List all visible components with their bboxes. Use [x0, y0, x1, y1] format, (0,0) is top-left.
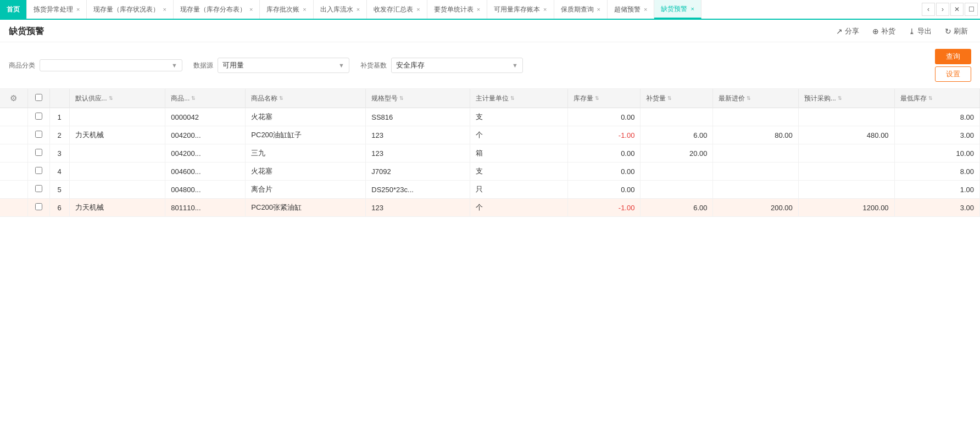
tab-order-stat-close[interactable]: × — [477, 6, 480, 13]
cell-stock: 0.00 — [568, 163, 641, 181]
refresh-button[interactable]: ↻ 刷新 — [942, 25, 971, 37]
cell-estimated-purchase — [798, 181, 894, 199]
cell-product-name: 火花塞 — [246, 108, 366, 126]
tab-abnormal[interactable]: 拣货异常处理 × — [27, 0, 87, 19]
share-label: 分享 — [845, 26, 859, 36]
refresh-label: 刷新 — [954, 26, 968, 36]
cell-replenish-qty: 6.00 — [641, 199, 713, 217]
cell-unit: 只 — [470, 181, 568, 199]
cell-stock: -1.00 — [568, 126, 641, 144]
column-spec[interactable]: 规格型号 ⇅ — [366, 89, 470, 108]
tab-abnormal-close[interactable]: × — [76, 6, 80, 13]
column-min-stock[interactable]: 最低库存 ⇅ — [894, 89, 979, 108]
tab-recv-summary[interactable]: 收发存汇总表 × — [367, 0, 427, 19]
tab-prev-button[interactable]: ‹ — [922, 3, 935, 16]
cell-checkbox[interactable] — [27, 199, 49, 217]
query-button[interactable]: 查询 — [935, 49, 971, 64]
sort-icon: ⇅ — [399, 96, 404, 101]
column-estimated-purchase[interactable]: 预计采购... ⇅ — [798, 89, 894, 108]
cell-product-code: 004200... — [165, 144, 246, 163]
tab-recv-summary-close[interactable]: × — [416, 6, 420, 13]
sort-icon: ⇅ — [191, 96, 196, 101]
replenish-button[interactable]: ⊕ 补货 — [869, 25, 899, 37]
table-row: 3 004200... 三九 123 箱 0.00 20.00 10.00 — [0, 144, 980, 163]
datasource-select[interactable]: 可用量 ▼ — [218, 58, 349, 73]
tab-order-stat[interactable]: 要货单统计表 × — [427, 0, 487, 19]
export-button[interactable]: ⤓ 导出 — [905, 25, 935, 37]
tab-inventory-status-close[interactable]: × — [163, 6, 166, 13]
column-product-name[interactable]: 商品名称 ⇅ — [246, 89, 366, 108]
tab-shortage[interactable]: 缺货预警 × — [654, 0, 701, 19]
tab-order-stat-label: 要货单统计表 — [434, 5, 474, 14]
cell-spec: 123 — [366, 126, 470, 144]
cell-default-supplier: 力天机械 — [69, 199, 165, 217]
cell-estimated-purchase — [798, 144, 894, 163]
cell-stock: 0.00 — [568, 108, 641, 126]
tab-expiry-close[interactable]: × — [597, 6, 600, 13]
cell-checkbox[interactable] — [27, 163, 49, 181]
column-gear[interactable]: ⚙ — [0, 89, 27, 108]
replenish-base-select[interactable]: 安全库存 ▼ — [391, 58, 523, 73]
cell-product-code: 801110... — [165, 199, 246, 217]
row-checkbox[interactable] — [35, 131, 42, 138]
tab-batch[interactable]: 库存批次账 × — [260, 0, 313, 19]
column-default-supplier[interactable]: 默认供应... ⇅ — [69, 89, 165, 108]
column-unit[interactable]: 主计量单位 ⇅ — [470, 89, 568, 108]
replenish-base-chevron-down-icon: ▼ — [512, 62, 518, 69]
tab-next-button[interactable]: › — [936, 3, 949, 16]
tab-inout-flow[interactable]: 出入库流水 × — [314, 0, 367, 19]
sort-icon: ⇅ — [279, 96, 283, 101]
cell-checkbox[interactable] — [27, 144, 49, 163]
cell-product-code: 004800... — [165, 181, 246, 199]
tab-available[interactable]: 可用量库存账本 × — [487, 0, 554, 19]
tab-overstock-close[interactable]: × — [644, 6, 647, 13]
tab-expiry[interactable]: 保质期查询 × — [554, 0, 608, 19]
share-button[interactable]: ↗ 分享 — [833, 25, 862, 37]
row-checkbox[interactable] — [35, 185, 42, 192]
tab-home[interactable]: 首页 — [0, 0, 27, 19]
export-label: 导出 — [917, 26, 932, 36]
row-checkbox[interactable] — [35, 167, 42, 174]
tab-inventory-dist[interactable]: 现存量（库存分布表） × — [174, 0, 260, 19]
category-chevron-down-icon: ▼ — [171, 62, 177, 69]
cell-estimated-purchase — [798, 108, 894, 126]
tab-shortage-close[interactable]: × — [691, 5, 694, 12]
filter-bar: 商品分类 ▼ 数据源 可用量 ▼ 补货基数 安全库存 ▼ 查询 设置 — [0, 42, 980, 89]
row-checkbox[interactable] — [35, 203, 42, 210]
tab-overstock[interactable]: 超储预警 × — [608, 0, 654, 19]
cell-unit: 箱 — [470, 144, 568, 163]
table-row: 6 力天机械 801110... PC200张紧油缸 123 个 -1.00 6… — [0, 199, 980, 217]
tab-maximize-button[interactable]: ☐ — [965, 3, 978, 16]
cell-product-code: 0000042 — [165, 108, 246, 126]
cell-checkbox[interactable] — [27, 181, 49, 199]
tab-available-close[interactable]: × — [543, 6, 547, 13]
column-replenish-qty[interactable]: 补货量 ⇅ — [641, 89, 713, 108]
table-body: 1 0000042 火花塞 SS816 支 0.00 8.00 2 力天机械 0… — [0, 108, 980, 217]
tab-inventory-dist-close[interactable]: × — [249, 6, 253, 13]
tab-inventory-dist-label: 现存量（库存分布表） — [180, 5, 246, 14]
cell-checkbox[interactable] — [27, 108, 49, 126]
cell-checkbox[interactable] — [27, 126, 49, 144]
sort-icon: ⇅ — [510, 96, 515, 101]
table-row: 4 004600... 火花塞 J7092 支 0.00 8.00 — [0, 163, 980, 181]
cell-row-indicator — [0, 181, 27, 199]
row-checkbox[interactable] — [35, 149, 42, 156]
category-select[interactable]: ▼ — [40, 59, 182, 71]
cell-product-code: 004600... — [165, 163, 246, 181]
column-product-code[interactable]: 商品... ⇅ — [165, 89, 246, 108]
select-all-checkbox[interactable] — [35, 94, 42, 101]
settings-button[interactable]: 设置 — [935, 66, 971, 82]
tab-batch-close[interactable]: × — [303, 6, 306, 13]
column-stock[interactable]: 库存量 ⇅ — [568, 89, 641, 108]
table-row: 5 004800... 离合片 DS250*23c... 只 0.00 1.00 — [0, 181, 980, 199]
tab-expiry-label: 保质期查询 — [561, 5, 594, 14]
column-estimated-purchase-label: 预计采购... — [804, 94, 836, 103]
tab-inout-flow-close[interactable]: × — [357, 6, 360, 13]
row-checkbox[interactable] — [35, 113, 42, 120]
column-product-name-label: 商品名称 — [251, 94, 277, 103]
column-latest-price[interactable]: 最新进价 ⇅ — [713, 89, 798, 108]
tab-close-all-button[interactable]: ✕ — [950, 3, 964, 16]
cell-replenish-qty — [641, 163, 713, 181]
tab-inventory-status[interactable]: 现存量（库存状况表） × — [87, 0, 173, 19]
replenish-base-filter-group: 补货基数 安全库存 ▼ — [360, 58, 523, 73]
